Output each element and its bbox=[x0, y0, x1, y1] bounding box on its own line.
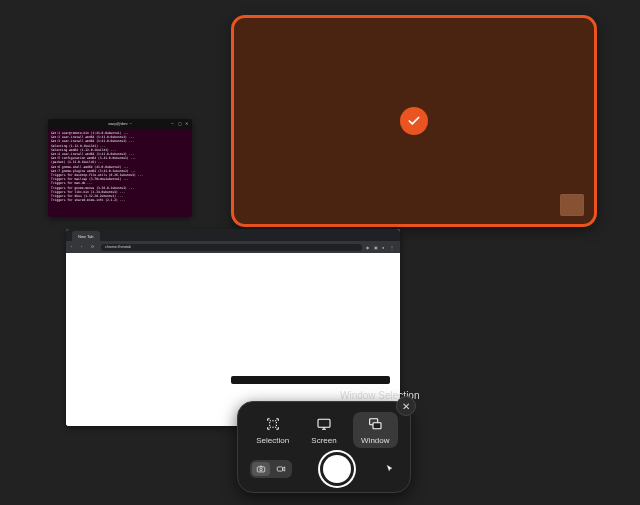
terminal-body: Get:1 user@remote.bin (1:41.0-0ubuntu1) … bbox=[48, 129, 192, 204]
check-icon bbox=[407, 114, 421, 128]
video-icon bbox=[275, 464, 287, 474]
selected-window[interactable] bbox=[231, 15, 597, 227]
window-icon bbox=[366, 416, 384, 432]
terminal-titlebar[interactable]: warp@dev: ~ ─ ▢ ✕ bbox=[48, 119, 192, 129]
camera-icon bbox=[255, 464, 267, 474]
profile-icon[interactable]: ● bbox=[382, 245, 387, 250]
capture-controls-row bbox=[250, 455, 398, 483]
screen-icon bbox=[315, 416, 333, 432]
svg-rect-4 bbox=[257, 467, 265, 472]
cursor-icon bbox=[385, 463, 395, 475]
close-icon: ✕ bbox=[402, 401, 410, 412]
svg-rect-0 bbox=[269, 421, 276, 428]
mode-screen[interactable]: Screen bbox=[301, 412, 346, 448]
mode-window[interactable]: Window bbox=[353, 412, 398, 448]
menu-icon[interactable]: ⋮ bbox=[390, 245, 395, 250]
address-bar[interactable]: chrome://newtab bbox=[101, 244, 362, 251]
mode-selection-label: Selection bbox=[256, 436, 289, 445]
svg-point-5 bbox=[260, 468, 263, 471]
terminal-title: warp@dev: ~ bbox=[108, 119, 132, 129]
extension-icon[interactable]: ▣ bbox=[374, 245, 379, 250]
show-pointer-toggle[interactable] bbox=[382, 463, 398, 475]
browser-action-icons: ◆ ▣ ● ⋮ bbox=[366, 245, 395, 250]
background-window[interactable] bbox=[231, 376, 390, 384]
terminal-window[interactable]: warp@dev: ~ ─ ▢ ✕ Get:1 user@remote.bin … bbox=[48, 119, 192, 217]
tab-title: New Tab bbox=[78, 234, 94, 239]
mode-screen-label: Screen bbox=[311, 436, 336, 445]
capture-button[interactable] bbox=[323, 455, 351, 483]
browser-tab[interactable]: New Tab bbox=[72, 231, 100, 241]
svg-rect-6 bbox=[277, 467, 282, 471]
capture-mode-row: Selection Screen Window bbox=[250, 412, 398, 448]
screenshot-toolbar: ✕ Selection Screen Window bbox=[237, 401, 411, 493]
browser-toolbar: ‹ › ⟳ chrome://newtab ◆ ▣ ● ⋮ bbox=[66, 241, 400, 253]
files-app-icon bbox=[560, 194, 584, 216]
svg-rect-1 bbox=[318, 419, 330, 427]
capture-type-toggle bbox=[250, 460, 292, 478]
maximize-icon[interactable]: ▢ bbox=[178, 121, 183, 126]
window-controls: ─ ▢ ✕ bbox=[171, 121, 190, 126]
minimize-icon[interactable]: ─ bbox=[171, 121, 176, 126]
browser-tab-strip[interactable]: New Tab bbox=[66, 229, 400, 241]
back-icon[interactable]: ‹ bbox=[71, 244, 77, 250]
reload-icon[interactable]: ⟳ bbox=[91, 244, 97, 250]
close-button[interactable]: ✕ bbox=[396, 396, 416, 416]
svg-rect-3 bbox=[373, 423, 381, 429]
screenshot-type-button[interactable] bbox=[252, 462, 270, 476]
extension-icon[interactable]: ◆ bbox=[366, 245, 371, 250]
close-icon[interactable]: ✕ bbox=[185, 121, 190, 126]
screencast-type-button[interactable] bbox=[272, 462, 290, 476]
selection-icon bbox=[264, 416, 282, 432]
mode-window-label: Window bbox=[361, 436, 389, 445]
selected-check-badge bbox=[400, 107, 428, 135]
forward-icon[interactable]: › bbox=[81, 244, 87, 250]
mode-selection[interactable]: Selection bbox=[250, 412, 295, 448]
